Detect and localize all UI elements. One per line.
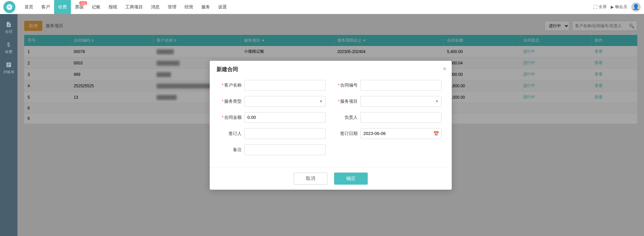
notes-label: 备注 xyxy=(220,147,242,153)
sidebar-item-statement[interactable]: 对账单 xyxy=(0,58,17,78)
form-group-signdate: 签订日期 📅 xyxy=(336,128,442,139)
nav-item-operation[interactable]: 经营 xyxy=(180,0,197,14)
nav-item-ticket[interactable]: 票据 new xyxy=(71,0,88,14)
form-group-signer: 签订人 xyxy=(220,128,326,139)
required-star4: * xyxy=(338,99,339,104)
modal-footer: 取消 确定 xyxy=(210,167,452,190)
form-group-contractno: *合同编号 xyxy=(336,80,442,91)
required-star3: * xyxy=(222,99,224,104)
vip-icon: ▶ xyxy=(611,5,614,9)
signer-label: 签订人 xyxy=(220,131,242,137)
contractno-label: *合同编号 xyxy=(336,82,358,88)
nav-right: ⛶ 全屏 ▶ 畅会员 👤 xyxy=(593,2,641,12)
responsible-label: 负责人 xyxy=(336,114,358,121)
form-group-notes: 备注 xyxy=(220,144,326,155)
signdate-wrap: 📅 xyxy=(360,128,442,139)
fee-icon xyxy=(5,41,12,48)
required-star2: * xyxy=(338,83,339,88)
contractno-input[interactable] xyxy=(360,80,442,91)
modal-header: 新建合同 × xyxy=(210,61,452,77)
sidebar-item-fee[interactable]: 收费 xyxy=(0,38,17,58)
modal-body: *客户名称 *合同编号 xyxy=(210,77,452,167)
servicetype-label: *服务类型 xyxy=(220,98,242,104)
required-star: * xyxy=(222,83,224,88)
notes-input[interactable] xyxy=(244,144,326,155)
form-group-customer: *客户名称 xyxy=(220,80,326,91)
nav-item-service[interactable]: 服务 xyxy=(197,0,214,14)
nav-item-business[interactable]: 工商项目 xyxy=(121,0,147,14)
signer-input[interactable] xyxy=(244,128,326,139)
top-nav: 首页 客户 收费 票据 new 记账 报税 工商项目 消息 管理 经营 服务 设… xyxy=(0,0,644,14)
nav-item-fee[interactable]: 收费 xyxy=(54,0,71,14)
serviceitem-label: *服务项目 xyxy=(336,98,358,104)
sidebar-item-contract[interactable]: 合同 xyxy=(0,17,17,38)
user-icon: 👤 xyxy=(633,4,639,10)
signdate-input[interactable] xyxy=(360,128,442,139)
nav-items: 首页 客户 收费 票据 new 记账 报税 工商项目 消息 管理 经营 服务 设… xyxy=(21,0,593,14)
form-row-1: *客户名称 *合同编号 xyxy=(220,80,442,91)
new-badge: new xyxy=(79,1,87,5)
nav-item-bookkeeping[interactable]: 记账 xyxy=(88,0,105,14)
form-row-3: *合同金额 负责人 xyxy=(220,112,442,123)
fullscreen-button[interactable]: ⛶ 全屏 xyxy=(593,4,607,10)
nav-item-customer[interactable]: 客户 xyxy=(37,0,54,14)
nav-item-settings[interactable]: 设置 xyxy=(214,0,231,14)
form-group-serviceitem: *服务项目 ▼ xyxy=(336,96,442,107)
nav-item-manage[interactable]: 管理 xyxy=(164,0,180,14)
servicetype-select[interactable] xyxy=(244,96,326,107)
form-row-4: 签订人 签订日期 📅 xyxy=(220,128,442,139)
signdate-label: 签订日期 xyxy=(336,131,358,137)
amount-label: *合同金额 xyxy=(220,114,242,121)
customer-label: *客户名称 xyxy=(220,82,242,88)
form-group-amount: *合同金额 xyxy=(220,112,326,123)
fullscreen-icon: ⛶ xyxy=(593,5,597,9)
modal-close-button[interactable]: × xyxy=(443,65,446,73)
vip-button[interactable]: ▶ 畅会员 xyxy=(611,4,627,10)
avatar[interactable]: 👤 xyxy=(631,2,641,12)
nav-item-home[interactable]: 首页 xyxy=(21,0,37,14)
modal-overlay: 新建合同 × *客户名称 *合同编号 xyxy=(17,14,644,236)
serviceitem-select-wrap: ▼ xyxy=(360,96,442,107)
confirm-button[interactable]: 确定 xyxy=(334,173,368,185)
statement-icon xyxy=(5,61,12,68)
modal-dialog: 新建合同 × *客户名称 *合同编号 xyxy=(210,61,452,190)
cancel-button[interactable]: 取消 xyxy=(294,173,327,185)
customer-input[interactable] xyxy=(244,80,326,91)
form-row-2: *服务类型 ▼ *服务项目 xyxy=(220,96,442,107)
nav-item-message[interactable]: 消息 xyxy=(147,0,164,14)
amount-input[interactable] xyxy=(244,112,326,123)
nav-item-tax[interactable]: 报税 xyxy=(105,0,121,14)
logo xyxy=(3,1,15,13)
form-group-servicetype: *服务类型 ▼ xyxy=(220,96,326,107)
servicetype-select-wrap: ▼ xyxy=(244,96,326,107)
form-row-5: 备注 xyxy=(220,144,442,155)
required-star5: * xyxy=(222,115,224,120)
sidebar: 合同 收费 对账单 xyxy=(0,14,17,236)
content-area: 新增 服务项目 进行中已完成已终止 🔍 序号 合同编码⇅ 客户名称⇅ 服务项目▼… xyxy=(17,14,644,236)
serviceitem-select[interactable] xyxy=(360,96,442,107)
form-group-responsible: 负责人 xyxy=(336,112,442,123)
contract-icon xyxy=(5,21,12,28)
modal-title: 新建合同 xyxy=(216,66,238,72)
responsible-input[interactable] xyxy=(360,112,442,123)
